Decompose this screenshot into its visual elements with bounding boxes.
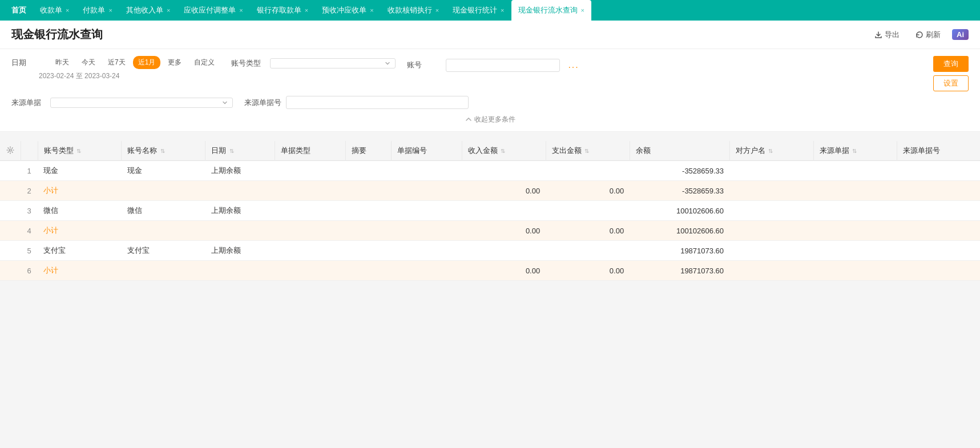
date-1month[interactable]: 近1月: [133, 56, 161, 69]
nav-item-ar-ap[interactable]: 应收应付调整单 ×: [177, 0, 249, 21]
row-counterpart: [729, 161, 813, 181]
voucher-type-col-header: 单据类型: [275, 141, 346, 161]
row-source-voucher-no: [897, 201, 980, 221]
nav-item-stats[interactable]: 现金银行统计 ×: [446, 0, 511, 21]
nav-item-receipt[interactable]: 收款单 ×: [33, 0, 76, 21]
settings-col-header[interactable]: [0, 141, 21, 161]
row-account-type: 支付宝: [38, 241, 122, 261]
row-account-type: 微信: [38, 201, 122, 221]
account-name-col-header[interactable]: 账号名称 ⇅: [122, 141, 205, 161]
header-bar: 现金银行流水查询 导出 刷新 Ai: [0, 21, 980, 49]
row-summary: [346, 221, 392, 241]
date-range: 2023-02-24 至 2023-03-24: [39, 72, 119, 80]
row-voucher-type: [275, 241, 346, 261]
nav-item-verify[interactable]: 收款核销执行 ×: [381, 0, 446, 21]
close-icon[interactable]: ×: [239, 0, 243, 21]
income-col-header[interactable]: 收入金额 ⇅: [462, 141, 546, 161]
gear-icon: [6, 146, 14, 154]
collapse-bar[interactable]: 收起更多条件: [11, 112, 969, 127]
nav-label: 收款单: [40, 0, 62, 21]
close-icon[interactable]: ×: [501, 0, 504, 21]
account-input[interactable]: [446, 59, 560, 72]
row-source-voucher: [813, 201, 897, 221]
row-income: [462, 241, 546, 261]
row-balance: 100102606.60: [630, 221, 729, 241]
date-more[interactable]: 更多: [163, 56, 187, 69]
row-index: 1: [21, 161, 38, 181]
row-source-voucher: [813, 161, 897, 181]
ai-button[interactable]: Ai: [952, 29, 969, 40]
date-custom[interactable]: 自定义: [189, 56, 220, 69]
nav-item-bank[interactable]: 银行存取款单 ×: [250, 0, 315, 21]
row-voucher-type: [275, 261, 346, 281]
close-icon[interactable]: ×: [167, 0, 170, 21]
row-account-name: [122, 261, 205, 281]
row-account-name: [122, 221, 205, 241]
row-date: [205, 261, 275, 281]
close-icon[interactable]: ×: [581, 0, 584, 21]
row-gear: [0, 181, 21, 201]
sort-icon: ⇅: [76, 148, 81, 154]
close-icon[interactable]: ×: [435, 0, 439, 21]
source-voucher-label: 来源单据: [11, 98, 46, 108]
collapse-icon: [465, 116, 472, 123]
table-row: 2小计0.000.00-3528659.33: [0, 181, 980, 201]
row-voucher-no: [391, 201, 462, 221]
source-voucher-no-input[interactable]: [286, 96, 469, 109]
close-icon[interactable]: ×: [370, 0, 373, 21]
source-voucher-col-header[interactable]: 来源单据 ⇅: [813, 141, 897, 161]
refresh-button[interactable]: 刷新: [911, 27, 945, 42]
row-counterpart: [729, 221, 813, 241]
nav-item-home[interactable]: 首页: [5, 0, 33, 21]
nav-label: 其他收入单: [126, 0, 163, 21]
nav-item-other-income[interactable]: 其他收入单 ×: [119, 0, 177, 21]
row-summary: [346, 161, 392, 181]
counterpart-col-header[interactable]: 对方户名 ⇅: [729, 141, 813, 161]
row-income: [462, 161, 546, 181]
nav-item-payment[interactable]: 付款单 ×: [76, 0, 119, 21]
close-icon[interactable]: ×: [108, 0, 112, 21]
row-date: [205, 221, 275, 241]
account-type-select[interactable]: [270, 58, 396, 68]
row-voucher-type: [275, 181, 346, 201]
nav-item-flow[interactable]: 现金银行流水查询 ×: [511, 0, 591, 21]
row-account-type: 现金: [38, 161, 122, 181]
table-row: 1现金现金上期余额-3528659.33: [0, 161, 980, 181]
row-voucher-no: [391, 241, 462, 261]
date-col-header[interactable]: 日期 ⇅: [205, 141, 275, 161]
row-expense: [546, 201, 630, 221]
row-account-type: 小计: [38, 181, 122, 201]
export-button[interactable]: 导出: [870, 27, 904, 42]
nav-label: 应收应付调整单: [184, 0, 236, 21]
row-voucher-type: [275, 221, 346, 241]
row-source-voucher: [813, 221, 897, 241]
nav-item-prepaid[interactable]: 预收冲应收单 ×: [315, 0, 380, 21]
date-today[interactable]: 今天: [76, 56, 100, 69]
table-container: 账号类型 ⇅ 账号名称 ⇅ 日期 ⇅ 单据类型 摘要: [0, 141, 980, 281]
source-voucher-no-col-header: 来源单据号: [897, 141, 980, 161]
row-summary: [346, 261, 392, 281]
data-table: 账号类型 ⇅ 账号名称 ⇅ 日期 ⇅ 单据类型 摘要: [0, 141, 980, 281]
row-account-type: 小计: [38, 221, 122, 241]
dots-button[interactable]: ...: [564, 58, 582, 72]
svg-point-0: [9, 149, 11, 151]
row-date: 上期余额: [205, 201, 275, 221]
row-source-voucher-no: [897, 241, 980, 261]
settings-button[interactable]: 设置: [933, 75, 969, 91]
query-button[interactable]: 查询: [933, 56, 969, 72]
row-summary: [346, 201, 392, 221]
date-yesterday[interactable]: 昨天: [50, 56, 74, 69]
table-row: 5支付宝支付宝上期余额19871073.60: [0, 241, 980, 261]
row-index: 4: [21, 221, 38, 241]
row-source-voucher: [813, 261, 897, 281]
account-type-col-header[interactable]: 账号类型 ⇅: [38, 141, 122, 161]
close-icon[interactable]: ×: [305, 0, 308, 21]
source-voucher-select[interactable]: [50, 98, 233, 108]
sort-icon: ⇅: [852, 148, 857, 154]
row-index: 2: [21, 181, 38, 201]
date-7days[interactable]: 近7天: [103, 56, 131, 69]
date-options: 昨天 今天 近7天 近1月 更多 自定义: [50, 56, 220, 69]
expense-col-header[interactable]: 支出金额 ⇅: [546, 141, 630, 161]
close-icon[interactable]: ×: [66, 0, 69, 21]
source-voucher-no-label: 来源单据号: [244, 98, 281, 108]
